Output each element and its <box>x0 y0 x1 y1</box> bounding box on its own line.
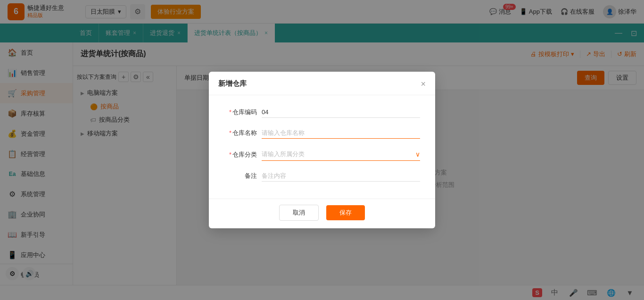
type-label: 仓库分类 <box>224 150 262 159</box>
form-row-type: 仓库分类 请输入所属分类 ∨ <box>224 148 420 161</box>
form-row-name: 仓库名称 <box>224 127 420 139</box>
dialog-header: 新增仓库 × <box>209 72 435 95</box>
form-row-code: 仓库编码 <box>224 107 420 118</box>
remark-input[interactable] <box>262 170 420 182</box>
remark-label: 备注 <box>224 172 262 180</box>
new-warehouse-dialog: 新增仓库 × 仓库编码 仓库名称 仓库分类 请输入所属分类 ∨ 备注 取消 保存 <box>209 72 435 228</box>
warehouse-type-select[interactable]: 请输入所属分类 ∨ <box>262 148 420 161</box>
type-placeholder: 请输入所属分类 <box>262 150 305 158</box>
name-label: 仓库名称 <box>224 129 262 137</box>
dialog-body: 仓库编码 仓库名称 仓库分类 请输入所属分类 ∨ 备注 <box>209 95 435 199</box>
dialog-footer: 取消 保存 <box>209 199 435 228</box>
warehouse-code-input[interactable] <box>262 107 420 118</box>
warehouse-name-input[interactable] <box>262 127 420 139</box>
type-dropdown-icon: ∨ <box>415 150 420 158</box>
form-row-remark: 备注 <box>224 170 420 182</box>
save-button[interactable]: 保存 <box>326 205 365 220</box>
cancel-button[interactable]: 取消 <box>279 205 319 221</box>
code-label: 仓库编码 <box>224 108 262 117</box>
dialog-title: 新增仓库 <box>218 79 247 88</box>
dialog-close-button[interactable]: × <box>421 80 426 88</box>
